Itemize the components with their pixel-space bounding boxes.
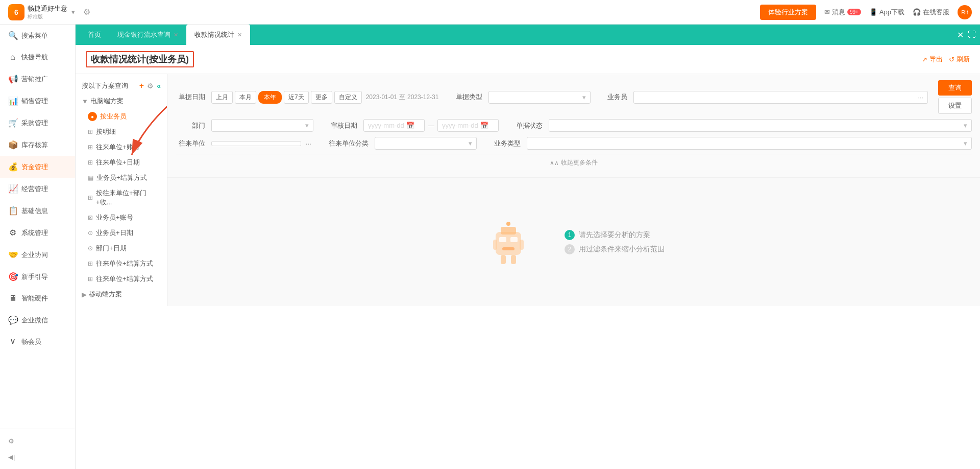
bill-status-select[interactable]: ▾ <box>549 119 972 132</box>
sidebar-item-purchase[interactable]: 🛒 采购管理 <box>0 112 75 134</box>
collapse-bar[interactable]: ∧∧ 收起更多条件 <box>176 154 972 171</box>
counterpart-dots[interactable]: ··· <box>303 139 313 148</box>
sidebar-item-operation[interactable]: 📈 经营管理 <box>0 178 75 200</box>
scheme-item-counterpart-account[interactable]: ⊞ 往来单位+账号 <box>76 139 167 155</box>
svg-rect-6 <box>502 247 514 250</box>
marketing-icon: 📢 <box>8 74 17 84</box>
basic-info-icon: 📋 <box>8 206 17 216</box>
salesman-dots[interactable]: ··· <box>918 93 923 101</box>
date-this-year[interactable]: 本年 <box>258 91 282 104</box>
review-date-end-input[interactable]: yyyy-mm-dd 📅 <box>437 119 499 132</box>
app-download-btn[interactable]: 📱 App下载 <box>869 8 904 17</box>
date-last-month[interactable]: 上月 <box>211 91 233 104</box>
scheme-item-label: 往来单位+日期 <box>96 158 140 167</box>
svg-rect-1 <box>496 232 521 255</box>
search-menu-icon: 🔍 <box>8 31 17 40</box>
tab-bank-flow-close[interactable]: ✕ <box>174 32 178 38</box>
sidebar-collapse-btn[interactable]: ◀| <box>0 449 75 465</box>
online-service-btn[interactable]: 🎧 在线客服 <box>913 8 949 17</box>
scheme-item-dept-date[interactable]: ⊙ 部门+日期 <box>76 241 167 256</box>
sidebar-item-basic-info[interactable]: 📋 基础信息 <box>0 200 75 222</box>
tab-collection-stat-close[interactable]: ✕ <box>237 32 242 38</box>
tab-maximize-icon[interactable]: ⛶ <box>968 30 976 39</box>
scheme-item-by-salesman[interactable]: ● 按业务员 <box>76 109 167 124</box>
sidebar-item-corp-wechat[interactable]: 💬 企业微信 <box>0 309 75 331</box>
date-more[interactable]: 更多 <box>311 91 332 104</box>
scheme-group-pc-header[interactable]: ▼ 电脑端方案 <box>76 93 167 109</box>
sidebar-item-label: 系统管理 <box>21 228 48 238</box>
svg-rect-4 <box>499 237 506 242</box>
counterpart-select[interactable] <box>211 141 301 146</box>
sidebar-item-label: 搜索菜单 <box>21 31 48 40</box>
scheme-add-icon[interactable]: + <box>139 81 144 90</box>
sidebar-item-capital[interactable]: 💰 资金管理 <box>0 156 75 178</box>
tab-bar-actions: ✕ ⛶ <box>957 30 976 40</box>
scheme-item-counterpart-date[interactable]: ⊞ 往来单位+日期 <box>76 155 167 170</box>
tab-collection-stat[interactable]: 收款情况统计 ✕ <box>186 25 250 45</box>
service-icon: 🎧 <box>913 8 921 16</box>
scheme-panel-title: 按以下方案查询 <box>82 81 128 90</box>
scheme-item-counterpart-dept[interactable]: ⊞ 按往来单位+部门+收... <box>76 185 167 210</box>
scheme-item-salesman-account[interactable]: ⊠ 业务员+账号 <box>76 210 167 225</box>
sidebar: 🔍 搜索菜单 ⌂ 快捷导航 📢 营销推广 📊 销售管理 🛒 采购管理 📦 库存核… <box>0 25 76 469</box>
version-label: 标准版 <box>28 13 67 20</box>
scheme-settings-icon[interactable]: ⚙ <box>147 82 154 90</box>
logo-area: 6 畅捷通好生意 标准版 <box>8 4 67 20</box>
sales-icon: 📊 <box>8 96 17 106</box>
calendar-icon2: 📅 <box>480 122 488 129</box>
ss-icon: ▦ <box>88 174 93 181</box>
sidebar-item-marketing[interactable]: 📢 营销推广 <box>0 68 75 90</box>
sidebar-item-member[interactable]: V 畅会员 <box>0 331 75 353</box>
sidebar-settings-btn[interactable]: ⚙ <box>0 433 75 449</box>
review-date-start-input[interactable]: yyyy-mm-dd 📅 <box>363 119 425 132</box>
detail-icon: ⊞ <box>88 128 93 135</box>
sidebar-item-inventory[interactable]: 📦 库存核算 <box>0 134 75 156</box>
scheme-item-label: 业务员+账号 <box>96 213 133 222</box>
scheme-group-mobile-header[interactable]: ▶ 移动端方案 <box>76 287 167 302</box>
refresh-btn[interactable]: ↺ 刷新 <box>949 55 970 64</box>
date-7days[interactable]: 近7天 <box>284 91 309 104</box>
trial-button[interactable]: 体验行业方案 <box>760 5 816 20</box>
empty-tip-1: 1 请先选择要分析的方案 <box>565 230 665 240</box>
biz-type-select[interactable]: ▾ <box>527 137 972 150</box>
dept-label: 部门 <box>176 121 205 130</box>
sidebar-item-sales[interactable]: 📊 销售管理 <box>0 90 75 112</box>
date-this-month[interactable]: 本月 <box>235 91 256 104</box>
corp-wechat-icon: 💬 <box>8 315 17 325</box>
messages-btn[interactable]: ✉ 消息 99+ <box>824 8 861 17</box>
user-avatar[interactable]: Rit <box>958 5 972 19</box>
tip-text-1: 请先选择要分析的方案 <box>579 230 650 240</box>
query-area: 单据日期 上月 本月 本年 近7天 更多 自定义 2023-01-01 至 20… <box>167 74 980 306</box>
sidebar-item-smart-hw[interactable]: 🖥 智能硬件 <box>0 288 75 309</box>
bill-type-select[interactable]: ▾ <box>488 91 591 104</box>
tab-home[interactable]: 首页 <box>80 25 109 45</box>
scheme-item-salesman-date[interactable]: ⊙ 业务员+日期 <box>76 225 167 241</box>
scheme-item-salesman-settle[interactable]: ▦ 业务员+结算方式 <box>76 170 167 185</box>
sidebar-item-guide[interactable]: 🎯 新手引导 <box>0 266 75 288</box>
scheme-item-counterpart-settle2[interactable]: ⊞ 往来单位+结算方式 <box>76 271 167 287</box>
smart-hw-icon: 🖥 <box>8 294 17 303</box>
settings-icon[interactable]: ⚙ <box>83 7 90 17</box>
scheme-collapse-icon[interactable]: « <box>157 82 161 90</box>
sidebar-item-corp-coop[interactable]: 🤝 企业协同 <box>0 244 75 266</box>
sidebar-item-quick-nav[interactable]: ⌂ 快捷导航 <box>0 46 75 68</box>
tip-num-1: 1 <box>565 230 575 240</box>
sidebar-item-search-menu[interactable]: 🔍 搜索菜单 <box>0 25 75 46</box>
query-button[interactable]: 查询 <box>938 80 972 96</box>
counterpart-class-select[interactable]: ▾ <box>375 137 477 150</box>
empty-tip-2: 2 用过滤条件来缩小分析范围 <box>565 244 665 254</box>
sidebar-item-label: 资金管理 <box>21 162 48 172</box>
tip-text-2: 用过滤条件来缩小分析范围 <box>579 245 665 254</box>
dropdown-arrow[interactable]: ▾ <box>71 8 75 16</box>
tab-bank-flow[interactable]: 现金银行流水查询 ✕ <box>109 25 186 45</box>
tab-close-all-icon[interactable]: ✕ <box>957 30 964 40</box>
sidebar-item-system[interactable]: ⚙ 系统管理 <box>0 222 75 244</box>
export-btn[interactable]: ↗ 导出 <box>922 55 943 64</box>
date-range-end: 2023-12-31 <box>407 93 438 101</box>
scheme-item-by-detail[interactable]: ⊞ 按明细 <box>76 124 167 139</box>
dept-select[interactable]: ▾ <box>211 119 313 132</box>
date-custom[interactable]: 自定义 <box>334 91 362 104</box>
scheme-item-counterpart-settle1[interactable]: ⊞ 往来单位+结算方式 <box>76 256 167 271</box>
set-button[interactable]: 设置 <box>938 98 972 114</box>
salesman-select[interactable]: ··· <box>633 91 928 104</box>
